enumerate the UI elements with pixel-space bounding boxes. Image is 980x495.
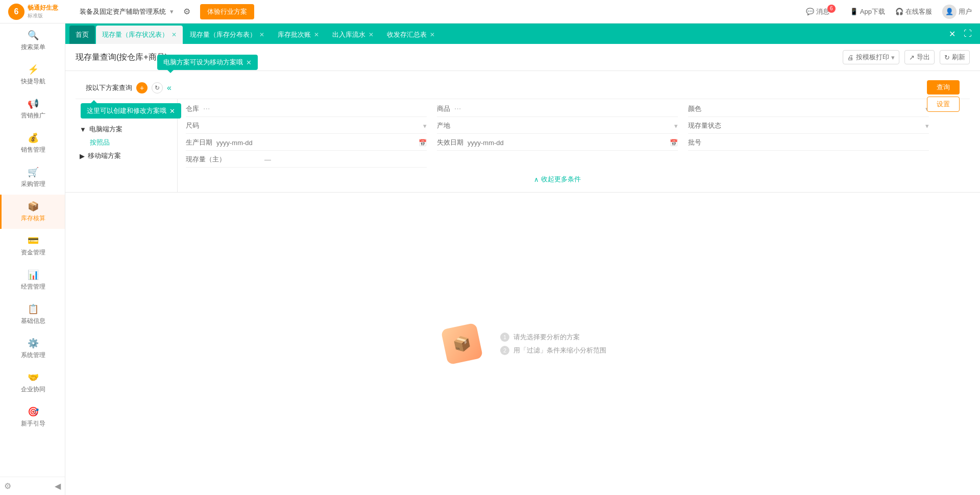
app-download-btn[interactable]: 📱 App下载 (850, 7, 885, 16)
field-origin: 产地 ▾ (437, 121, 678, 134)
empty-step-2: 2 用「过滤」条件来缩小分析范围 (500, 344, 606, 357)
search-icon: 🔍 (28, 30, 39, 41)
tab-batch-label: 库存批次账 (278, 30, 311, 39)
tooltip-close-icon-2[interactable]: ✕ (169, 107, 175, 115)
step-num-1: 1 (500, 333, 509, 342)
filter-header: 按以下方案查询 + ↻ « 电脑方案可设为移动方案哦 ✕ 查询 设置 (76, 77, 970, 93)
page-title: 现存量查询(按仓库+商品) (76, 52, 167, 63)
collapse-bar[interactable]: ∧ 收起更多条件 (186, 172, 929, 187)
origin-arrow-icon[interactable]: ▾ (674, 122, 678, 130)
sidebar-item-collab[interactable]: 🤝 企业协同 (0, 366, 65, 400)
print-arrow-icon: ▾ (891, 54, 895, 61)
filter-back-btn[interactable]: « (167, 83, 172, 92)
filter-add-btn[interactable]: + (136, 82, 148, 93)
scheme-label-product: 按照品 (90, 138, 110, 147)
empty-icon-area: 📦 (439, 318, 490, 369)
app-download-label: App下载 (860, 7, 885, 16)
tab-close-all-icon[interactable]: ✕ (947, 27, 958, 41)
color-label: 颜色 (688, 104, 701, 113)
tab-fullscreen-icon[interactable]: ⛶ (962, 27, 974, 40)
scheme-item-by-product[interactable]: 按照品 (76, 136, 177, 149)
export-btn[interactable]: ↗ 导出 (904, 50, 935, 64)
collapse-sidebar-icon[interactable]: ◀ (55, 481, 61, 491)
expire-date-input[interactable] (468, 139, 666, 147)
tooltip-close-icon-1[interactable]: ✕ (246, 59, 252, 66)
money-icon: 💰 (28, 132, 39, 144)
refresh-btn[interactable]: ↻ 刷新 (940, 50, 970, 64)
top-bar: 6 畅通好生意 标准版 装备及固定资产辅助管理系统 ▾ ⚙ 体验行业方案 💬 消… (0, 0, 980, 23)
sidebar-item-quick[interactable]: ⚡ 快捷导航 (0, 58, 65, 92)
stock-main-from[interactable] (230, 156, 260, 163)
sidebar-item-marketing[interactable]: 📢 营销推广 (0, 92, 65, 126)
print-btn[interactable]: 🖨 按模板打印 ▾ (843, 50, 899, 64)
scheme-item-desktop[interactable]: ▼ 电脑端方案 (76, 123, 177, 136)
scheme-label-mobile: 移动端方案 (88, 151, 121, 160)
origin-input[interactable] (454, 122, 670, 130)
sidebar-item-inventory[interactable]: 📦 库存核算 (0, 195, 65, 229)
field-stock-status: 现存量状态 ▾ (688, 121, 929, 134)
sidebar-label-guide: 新手引导 (21, 419, 45, 428)
stock-main-to[interactable] (275, 156, 306, 163)
query-btn[interactable]: 查询 (927, 80, 960, 95)
stock-status-arrow-icon[interactable]: ▾ (925, 122, 929, 130)
refresh-icon: ↻ (944, 54, 950, 61)
sidebar-item-finance[interactable]: 💳 资金管理 (0, 229, 65, 263)
sidebar-item-guide[interactable]: 🎯 新手引导 (0, 400, 65, 434)
chart-icon: 📊 (28, 269, 39, 280)
calendar-icon-expire[interactable]: 📅 (670, 139, 678, 147)
scheme-item-mobile[interactable]: ▶ 移动端方案 (76, 149, 177, 162)
user-area[interactable]: 👤 用户 (942, 5, 972, 19)
message-btn[interactable]: 💬 消息 6 (806, 7, 840, 16)
chevron-down-icon[interactable]: ▾ (170, 8, 174, 15)
top-right: 💬 消息 6 📱 App下载 🎧 在线客服 👤 用户 (806, 5, 972, 19)
tab-close-icon-3[interactable]: ✕ (314, 31, 319, 38)
filter-refresh-btn[interactable]: ↻ (152, 82, 163, 93)
tooltip-text-1: 电脑方案可设为移动方案哦 (163, 58, 243, 67)
page-actions: 🖨 按模板打印 ▾ ↗ 导出 ↻ 刷新 (843, 50, 970, 64)
sidebar-item-basic[interactable]: 📋 基础信息 (0, 297, 65, 332)
tab-close-icon-2[interactable]: ✕ (259, 31, 264, 38)
tab-summary[interactable]: 收发存汇总表 ✕ (381, 26, 441, 44)
tab-batch[interactable]: 库存批次账 ✕ (272, 26, 325, 44)
settings-btn-filter[interactable]: 设置 (927, 97, 960, 112)
settings-bottom-icon[interactable]: ⚙ (4, 481, 11, 491)
tab-inventory-status-label: 现存量（库存状况表） (102, 30, 168, 39)
tab-close-icon-5[interactable]: ✕ (430, 31, 435, 38)
industry-btn[interactable]: 体验行业方案 (200, 4, 254, 19)
collapse-label: 收起更多条件 (541, 175, 581, 184)
settings-icon-btn[interactable]: ⚙ (180, 5, 194, 19)
sidebar-item-search[interactable]: 🔍 搜索菜单 (0, 23, 65, 58)
tab-summary-label: 收发存汇总表 (387, 30, 427, 39)
color-input[interactable] (705, 105, 921, 113)
sidebar-item-sales[interactable]: 💰 销售管理 (0, 126, 65, 160)
sidebar-label-inventory: 库存核算 (21, 214, 45, 223)
sidebar-label-collab: 企业协同 (21, 385, 45, 394)
size-input[interactable] (203, 122, 419, 130)
sidebar-label-system: 系统管理 (21, 351, 45, 360)
size-arrow-icon[interactable]: ▾ (423, 122, 427, 130)
field-expire-date: 失效日期 📅 (437, 138, 678, 151)
tab-home[interactable]: 首页 (69, 26, 95, 44)
tab-flow[interactable]: 出入库流水 ✕ (326, 26, 380, 44)
sidebar-label-sales: 销售管理 (21, 146, 45, 154)
batch-input[interactable] (705, 139, 929, 147)
scheme-label-desktop: 电脑端方案 (89, 125, 122, 134)
export-icon: ↗ (909, 54, 915, 61)
megaphone-icon: 📢 (28, 98, 39, 109)
tab-inventory-status[interactable]: 现存量（库存状况表） ✕ (96, 26, 183, 44)
stock-main-label: 现存量（主） (186, 155, 226, 164)
field-size: 尺码 ▾ (186, 121, 427, 134)
prod-date-input[interactable] (216, 139, 414, 147)
tab-close-icon-4[interactable]: ✕ (369, 31, 374, 38)
tab-inventory-dist[interactable]: 现存量（库存分布表） ✕ (184, 26, 271, 44)
gear-icon: ⚙️ (28, 338, 39, 349)
online-service-btn[interactable]: 🎧 在线客服 (895, 7, 932, 16)
phone-icon: 📱 (850, 8, 858, 15)
stock-status-input[interactable] (725, 122, 921, 130)
calendar-icon-prod[interactable]: 📅 (419, 139, 427, 147)
tab-close-icon[interactable]: ✕ (172, 31, 177, 38)
goods-dots: ··· (454, 104, 678, 113)
sidebar-item-system[interactable]: ⚙️ 系统管理 (0, 332, 65, 366)
sidebar-item-management[interactable]: 📊 经营管理 (0, 263, 65, 297)
sidebar-item-purchase[interactable]: 🛒 采购管理 (0, 160, 65, 195)
